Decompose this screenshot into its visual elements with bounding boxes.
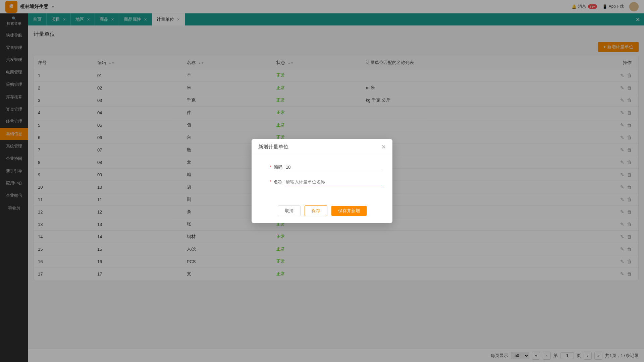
- save-button[interactable]: 保存: [305, 205, 327, 216]
- name-label: * 名称: [262, 179, 282, 185]
- dialog-header: 新增计量单位 ✕: [252, 139, 392, 155]
- add-unit-dialog: 新增计量单位 ✕ * 编码 * 名称 取消 保存 保存并新增: [252, 139, 392, 223]
- name-input[interactable]: [286, 178, 382, 186]
- dialog-footer: 取消 保存 保存并新增: [252, 201, 392, 223]
- code-label: * 编码: [262, 164, 282, 170]
- dialog-close-button[interactable]: ✕: [381, 144, 386, 150]
- dialog-overlay[interactable]: 新增计量单位 ✕ * 编码 * 名称 取消 保存 保存并新增: [0, 0, 644, 362]
- save-and-new-button[interactable]: 保存并新增: [331, 206, 367, 216]
- form-row-code: * 编码: [262, 163, 382, 171]
- form-row-name: * 名称: [262, 178, 382, 186]
- dialog-title: 新增计量单位: [258, 144, 288, 150]
- code-input[interactable]: [286, 163, 382, 171]
- dialog-body: * 编码 * 名称: [252, 155, 392, 201]
- cancel-button[interactable]: 取消: [278, 205, 301, 216]
